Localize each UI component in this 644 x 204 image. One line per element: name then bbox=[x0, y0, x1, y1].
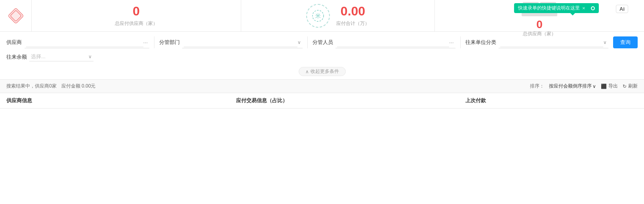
filter-department: 分管部门 ∨ bbox=[159, 37, 302, 48]
person-input[interactable] bbox=[337, 38, 450, 47]
filter-supplier: 供应商 ··· bbox=[6, 37, 149, 48]
balance-chevron[interactable]: ∨ bbox=[88, 54, 92, 59]
logo-icon bbox=[7, 7, 25, 25]
stats-bar: 0 总应付供应商（家） 米 0.00 应付合计（万） 快速录单的快捷键说明在这里… bbox=[0, 0, 644, 32]
svg-text:米: 米 bbox=[315, 13, 321, 19]
stat-total-suppliers-number: 0 bbox=[536, 18, 543, 31]
collapse-row: ∧ 收起更多条件 bbox=[6, 65, 638, 79]
filter-row-1: 供应商 ··· 分管部门 ∨ 分管人员 ··· bbox=[6, 36, 638, 48]
stat-payable-total-area: 米 0.00 应付合计（万） bbox=[241, 0, 435, 31]
filter-person: 分管人员 ··· bbox=[312, 37, 455, 48]
stat-payable-total-label: 应付合计（万） bbox=[336, 20, 370, 27]
stat-total-suppliers: 快速录单的快捷键说明在这里 × Ai 0 总供应商（家） bbox=[435, 0, 644, 31]
export-button[interactable]: ⬛ 导出 bbox=[601, 83, 618, 90]
department-label: 分管部门 bbox=[159, 39, 180, 46]
refresh-button[interactable]: ↻ 刷新 bbox=[623, 83, 638, 90]
department-input-box[interactable]: ∨ bbox=[182, 37, 302, 48]
results-text: 搜索结果中，供应商0家 bbox=[6, 83, 57, 90]
collapse-button[interactable]: ∧ 收起更多条件 bbox=[299, 67, 346, 76]
table-body bbox=[0, 109, 644, 204]
divider-2 bbox=[307, 36, 308, 48]
tooltip-text: 快速录单的快捷键说明在这里 bbox=[518, 5, 580, 11]
tooltip-close-button[interactable]: × bbox=[582, 5, 585, 11]
supplier-input-box[interactable]: ··· bbox=[25, 37, 149, 48]
query-button[interactable]: 查询 bbox=[613, 36, 638, 48]
department-chevron[interactable]: ∨ bbox=[297, 40, 301, 45]
supplier-label: 供应商 bbox=[6, 39, 22, 46]
refresh-label: 刷新 bbox=[628, 83, 638, 90]
sort-value[interactable]: 按应付会额倒序排序 ∨ bbox=[549, 83, 596, 90]
results-bar: 搜索结果中，供应商0家 应付金额 0.00元 排序： 按应付会额倒序排序 ∨ ⬛… bbox=[0, 80, 644, 93]
payable-icon: 米 bbox=[306, 4, 330, 28]
table-header: 供应商信息 应付交易信息（占比） 上次付款 bbox=[0, 93, 644, 109]
unit-class-label: 往来单位分类 bbox=[465, 39, 496, 46]
sort-value-text: 按应付会额倒序排序 bbox=[549, 83, 592, 90]
sort-chevron: ∨ bbox=[593, 84, 596, 89]
balance-label: 往来余额 bbox=[6, 53, 27, 61]
col-transaction-header: 应付交易信息（占比） bbox=[236, 97, 466, 104]
collapse-label: 收起更多条件 bbox=[311, 68, 339, 75]
unit-class-chevron[interactable]: ∨ bbox=[603, 40, 607, 45]
sort-label: 排序： bbox=[530, 83, 544, 90]
stat-total-suppliers-label: 总供应商（家） bbox=[523, 31, 556, 36]
export-label: 导出 bbox=[608, 83, 618, 90]
stat-total-payable-suppliers: 0 总应付供应商（家） bbox=[32, 0, 241, 31]
tooltip-dot bbox=[591, 6, 595, 10]
col-last-payment-header: 上次付款 bbox=[465, 97, 638, 104]
stat-payable-total-number: 0.00 bbox=[341, 4, 365, 18]
filter-row-2: 往来余额 选择... ∨ bbox=[6, 52, 638, 61]
supplier-input[interactable] bbox=[26, 38, 143, 47]
filter-area: 供应商 ··· 分管部门 ∨ 分管人员 ··· bbox=[0, 32, 644, 80]
supplier-dots[interactable]: ··· bbox=[143, 39, 148, 46]
unit-class-input-box[interactable]: ∨ bbox=[499, 37, 608, 48]
balance-placeholder: 选择... bbox=[31, 53, 46, 60]
divider-1 bbox=[154, 36, 154, 48]
department-input[interactable] bbox=[184, 38, 297, 47]
ai-badge[interactable]: Ai bbox=[616, 5, 628, 13]
tooltip-bubble: 快速录单的快捷键说明在这里 × bbox=[514, 3, 599, 13]
logo-area bbox=[0, 0, 32, 31]
stat-total-payable-label: 总应付供应商（家） bbox=[115, 20, 158, 27]
filter-balance: 往来余额 选择... ∨ bbox=[6, 52, 93, 61]
person-dots[interactable]: ··· bbox=[449, 39, 454, 46]
unit-class-input[interactable] bbox=[500, 38, 603, 47]
refresh-icon: ↻ bbox=[623, 84, 627, 89]
collapse-icon: ∧ bbox=[305, 69, 309, 74]
results-actions: 排序： 按应付会额倒序排序 ∨ ⬛ 导出 ↻ 刷新 bbox=[530, 83, 638, 90]
filter-unit-class: 往来单位分类 ∨ bbox=[465, 37, 608, 48]
person-input-box[interactable]: ··· bbox=[335, 37, 455, 48]
col-supplier-header: 供应商信息 bbox=[6, 97, 236, 104]
results-summary: 搜索结果中，供应商0家 应付金额 0.00元 bbox=[6, 83, 95, 90]
export-icon: ⬛ bbox=[601, 84, 607, 89]
balance-input-box[interactable]: 选择... ∨ bbox=[29, 52, 93, 61]
results-amount: 应付金额 0.00元 bbox=[61, 83, 96, 90]
person-label: 分管人员 bbox=[312, 39, 333, 46]
divider-3 bbox=[460, 36, 461, 48]
stat-total-payable-number: 0 bbox=[133, 4, 140, 18]
